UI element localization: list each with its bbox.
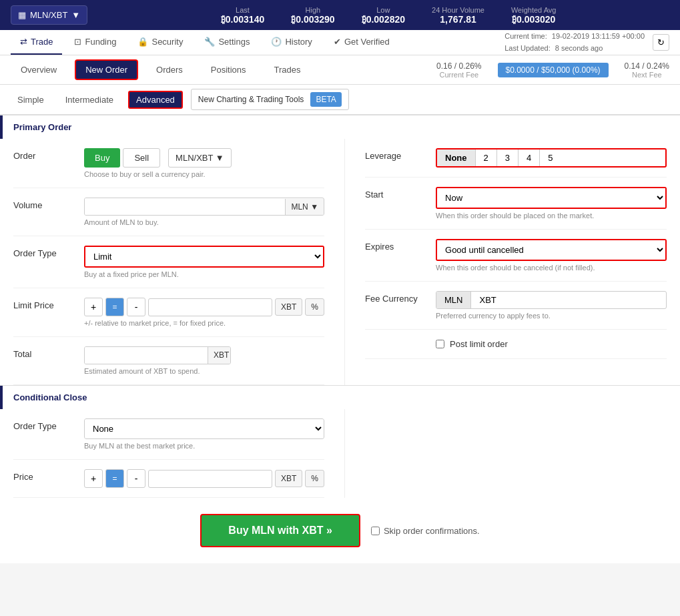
volume-label: Volume bbox=[13, 198, 73, 210]
order-type-row: Order Type Limit Market Stop Loss Take P… bbox=[13, 236, 324, 288]
buy-mln-button[interactable]: Buy MLN with XBT » bbox=[200, 514, 360, 547]
pair-selector[interactable]: MLN/XBT ▼ bbox=[168, 148, 232, 168]
sub-tab-trades[interactable]: Trades bbox=[264, 60, 311, 79]
beta-badge: BETA bbox=[310, 92, 341, 107]
conditional-close-header: Conditional Close bbox=[0, 385, 680, 409]
nav-tab-get-verified[interactable]: ✔ Get Verified bbox=[324, 30, 399, 55]
sub-tab-orders[interactable]: Orders bbox=[146, 60, 193, 79]
lock-icon: 🔒 bbox=[137, 37, 148, 47]
start-select[interactable]: Now Scheduled bbox=[437, 188, 665, 208]
limit-price-minus[interactable]: - bbox=[127, 298, 145, 316]
start-hint: When this order should be placed on the … bbox=[436, 212, 667, 220]
cond-price-minus[interactable]: - bbox=[127, 469, 145, 488]
fee-currency-xbt[interactable]: XBT bbox=[471, 292, 504, 308]
cond-form-right bbox=[344, 409, 667, 498]
cond-price-group: + = - XBT % bbox=[84, 469, 324, 488]
ticker-selector[interactable]: ▦ MLN/XBT ▼ bbox=[11, 5, 87, 25]
trade-icon: ⇄ bbox=[20, 37, 27, 47]
main-content: Primary Order Order Buy Sell MLN/XBT ▼ C bbox=[0, 115, 680, 563]
expires-row: Expires Good until cancelled Good till d… bbox=[365, 230, 667, 282]
conditional-close-form: Order Type None Limit Market Buy MLN at … bbox=[0, 409, 680, 498]
cond-price-equals[interactable]: = bbox=[105, 469, 124, 488]
total-input[interactable] bbox=[85, 347, 208, 364]
volume-unit[interactable]: MLN ▼ bbox=[285, 199, 324, 215]
total-unit: XBT bbox=[208, 347, 231, 364]
leverage-group: None 2 3 4 5 bbox=[436, 148, 667, 168]
fee-currency-row: Fee Currency MLN XBT Preferred currency … bbox=[365, 282, 667, 330]
order-field: Buy Sell MLN/XBT ▼ Choose to buy or sell… bbox=[84, 148, 324, 178]
leverage-5[interactable]: 5 bbox=[540, 149, 561, 166]
order-type-hint: Buy at a fixed price per MLN. bbox=[84, 270, 324, 278]
top-header: ▦ MLN/XBT ▼ Last ₿0.003140 High ₿0.00329… bbox=[0, 0, 680, 30]
order-row: Order Buy Sell MLN/XBT ▼ Choose to buy o… bbox=[13, 139, 324, 188]
fee-currency-field: MLN XBT Preferred currency to apply fees… bbox=[436, 291, 667, 320]
skip-confirm-checkbox[interactable] bbox=[371, 527, 380, 535]
total-row: Total XBT Estimated amount of XBT to spe… bbox=[13, 337, 324, 385]
total-field: XBT Estimated amount of XBT to spend. bbox=[84, 346, 324, 375]
limit-price-plus[interactable]: + bbox=[84, 298, 103, 316]
nav-tab-security[interactable]: 🔒 Security bbox=[128, 30, 192, 55]
skip-confirm-label: Skip order confirmations. bbox=[384, 526, 480, 536]
volume-hint: Amount of MLN to buy. bbox=[84, 218, 324, 226]
leverage-4[interactable]: 4 bbox=[519, 149, 540, 166]
cond-price-label: Price bbox=[13, 469, 73, 482]
cond-order-type-field: None Limit Market Buy MLN at the best ma… bbox=[84, 418, 324, 450]
next-fee: 0.14 / 0.24% Next Fee bbox=[625, 61, 669, 79]
ticker-label: MLN/XBT bbox=[30, 10, 67, 20]
sub-tab-positions[interactable]: Positions bbox=[201, 60, 256, 79]
limit-price-input[interactable] bbox=[148, 298, 272, 316]
volume-field: MLN ▼ Amount of MLN to buy. bbox=[84, 198, 324, 226]
nav-tab-trade[interactable]: ⇄ Trade bbox=[11, 30, 62, 55]
limit-price-pct: % bbox=[305, 298, 324, 316]
primary-order-header: Primary Order bbox=[0, 115, 680, 139]
sell-button[interactable]: Sell bbox=[123, 148, 160, 168]
post-limit-row: Post limit order bbox=[365, 330, 667, 359]
expires-label: Expires bbox=[365, 239, 425, 252]
expires-box: Good until cancelled Good till date bbox=[436, 239, 667, 261]
charting-tools-button[interactable]: New Charting & Trading Tools BETA bbox=[191, 89, 349, 110]
limit-price-equals[interactable]: = bbox=[105, 298, 124, 316]
cond-price-plus[interactable]: + bbox=[84, 469, 103, 488]
ticker-dropdown-icon: ▼ bbox=[71, 10, 80, 20]
nav-tab-funding[interactable]: ⊡ Funding bbox=[65, 30, 125, 55]
cond-price-input[interactable] bbox=[148, 470, 272, 488]
mode-tab-intermediate[interactable]: Intermediate bbox=[59, 92, 120, 107]
mode-tab-advanced[interactable]: Advanced bbox=[128, 91, 183, 109]
mode-tab-simple[interactable]: Simple bbox=[11, 92, 51, 107]
order-type-box: Limit Market Stop Loss Take Profit bbox=[84, 246, 324, 268]
volume-input[interactable] bbox=[85, 198, 285, 215]
limit-price-group: + = - XBT % bbox=[84, 298, 324, 316]
cond-price-field: + = - XBT % bbox=[84, 469, 324, 488]
clock-icon: 🕐 bbox=[271, 37, 282, 47]
fee-currency-mln[interactable]: MLN bbox=[436, 292, 471, 308]
post-limit-group: Post limit order bbox=[436, 339, 667, 349]
order-buttons: Buy Sell MLN/XBT ▼ bbox=[84, 148, 324, 168]
refresh-button[interactable]: ↻ bbox=[653, 34, 669, 51]
order-label: Order bbox=[13, 148, 73, 161]
price-high: High ₿0.003290 bbox=[291, 6, 334, 25]
post-limit-spacer bbox=[365, 339, 425, 342]
expires-select[interactable]: Good until cancelled Good till date bbox=[437, 240, 665, 260]
order-type-select[interactable]: Limit Market Stop Loss Take Profit bbox=[85, 247, 323, 266]
cond-order-type-label: Order Type bbox=[13, 418, 73, 431]
leverage-3[interactable]: 3 bbox=[497, 149, 519, 166]
leverage-2[interactable]: 2 bbox=[476, 149, 497, 166]
sub-tab-overview[interactable]: Overview bbox=[11, 60, 67, 79]
volume-input-group: MLN ▼ bbox=[84, 198, 324, 216]
nav-tab-history[interactable]: 🕐 History bbox=[262, 30, 321, 55]
nav-tab-settings[interactable]: 🔧 Settings bbox=[195, 30, 259, 55]
sub-tab-new-order[interactable]: New Order bbox=[75, 59, 138, 80]
leverage-none[interactable]: None bbox=[437, 149, 476, 166]
form-right: Leverage None 2 3 4 5 Start bbox=[344, 139, 667, 385]
mode-bar: Simple Intermediate Advanced New Chartin… bbox=[0, 85, 680, 115]
post-limit-checkbox[interactable] bbox=[436, 340, 444, 348]
cond-price-row: Price + = - XBT % bbox=[13, 460, 324, 498]
cond-order-type-row: Order Type None Limit Market Buy MLN at … bbox=[13, 409, 324, 460]
cond-order-type-select[interactable]: None Limit Market bbox=[84, 418, 324, 439]
cond-order-type-hint: Buy MLN at the best market price. bbox=[84, 442, 324, 450]
buy-button[interactable]: Buy bbox=[84, 148, 120, 168]
total-hint: Estimated amount of XBT to spend. bbox=[84, 367, 324, 375]
price-last: Last ₿0.003140 bbox=[221, 6, 264, 25]
cond-price-unit: XBT bbox=[275, 470, 302, 487]
total-label: Total bbox=[13, 346, 73, 359]
